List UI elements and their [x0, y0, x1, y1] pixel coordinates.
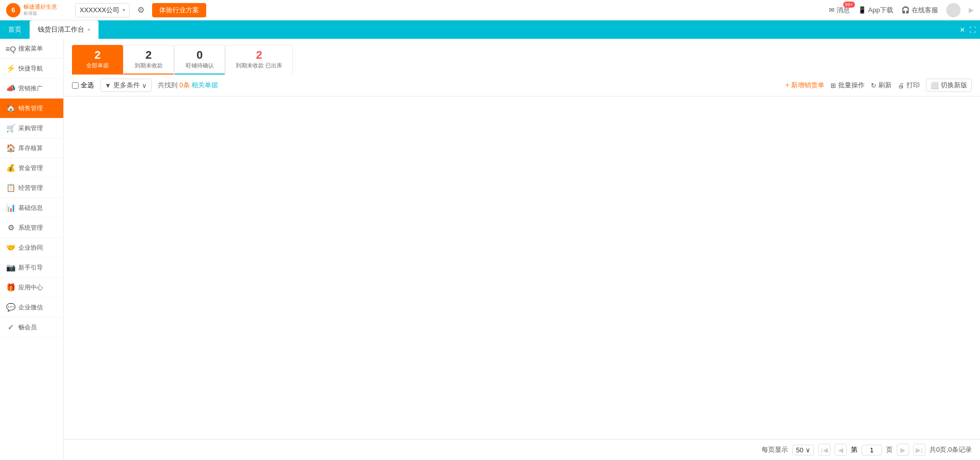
basic-info-icon: 📊: [6, 203, 15, 212]
cooperation-icon: 🤝: [6, 243, 15, 252]
page-size-select[interactable]: 50 ∨: [792, 445, 814, 455]
filter-tabs: 2 全部单据 2 到期未收款 0 旺铺待确认 2 到期未收款 已出库: [64, 39, 980, 75]
pagination-bar: 每页显示 50 ∨ |◀ ◀ 第 页 ▶ ▶| 共0页,0条记录: [64, 439, 980, 460]
sidebar-item-app-center[interactable]: 🎁 应用中心: [0, 278, 63, 298]
nav-tab-bar-right: ✕ ⛶: [960, 26, 980, 34]
filter-tab-pending-label: 旺铺待确认: [186, 62, 214, 69]
refresh-icon: ↻: [871, 82, 876, 89]
newbie-icon: 📷: [6, 263, 15, 272]
sidebar-item-quick-nav[interactable]: ⚡ 快捷导航: [0, 59, 63, 79]
sidebar-item-finance[interactable]: 💰 资金管理: [0, 158, 63, 178]
filter-tab-pending[interactable]: 0 旺铺待确认: [174, 45, 225, 75]
company-name: XXXXXX公司: [80, 6, 119, 15]
found-text: 共找到 0条 相关单据: [158, 81, 218, 90]
per-page-label: 每页显示: [762, 445, 788, 454]
filter-tab-overdue-out-count: 2: [256, 50, 262, 61]
inventory-icon: 🏠: [6, 143, 15, 153]
logo-area: 6 畅捷通好生意 标准版: [6, 3, 70, 17]
online-service-label: 在线客服: [912, 6, 938, 15]
sidebar-search[interactable]: ≡Q 搜索菜单: [0, 39, 63, 59]
app-download-label: App下载: [868, 6, 893, 15]
related-link[interactable]: 相关单据: [191, 81, 218, 89]
company-selector[interactable]: XXXXXX公司 ▾: [75, 3, 130, 17]
filter-tab-overdue-label: 到期未收款: [135, 62, 163, 69]
add-sale-button[interactable]: + 新增销货单: [786, 81, 824, 90]
select-all-checkbox[interactable]: 全选: [72, 81, 94, 90]
username-area[interactable]: ▶: [969, 6, 974, 14]
marketing-icon: 📣: [6, 84, 15, 93]
logo-badge: 标准版: [23, 10, 57, 17]
table-area: [64, 96, 980, 439]
system-icon: ⚙: [6, 223, 15, 232]
sidebar-item-member[interactable]: ✓ 畅会员: [0, 318, 63, 337]
page-size-chevron-icon: ∨: [805, 446, 811, 454]
top-header: 6 畅捷通好生意 标准版 XXXXXX公司 ▾ ⚙ 体验行业方案 ✉ 消息 99…: [0, 0, 980, 20]
headset-icon: 🎧: [901, 6, 910, 14]
window-expand-icon[interactable]: ⛶: [969, 26, 976, 34]
sidebar-item-marketing[interactable]: 📣 营销推广: [0, 79, 63, 99]
message-icon: ✉: [829, 6, 835, 14]
filter-icon: ▼: [105, 82, 111, 89]
nav-tab-bar: 首页 钱货日清工作台 × ✕ ⛶: [0, 20, 980, 39]
last-page-button[interactable]: ▶|: [913, 444, 925, 456]
finance-icon: 💰: [6, 163, 15, 173]
avatar[interactable]: [946, 3, 961, 17]
print-icon: 🖨: [898, 82, 904, 89]
app-download-button[interactable]: 📱 App下载: [858, 6, 893, 15]
sidebar-item-operation[interactable]: 📋 经营管理: [0, 178, 63, 198]
message-button[interactable]: ✉ 消息 99+: [829, 6, 850, 15]
batch-icon: ⊞: [830, 82, 836, 89]
batch-button[interactable]: ⊞ 批量操作: [830, 81, 865, 90]
filter-tab-pending-count: 0: [197, 50, 203, 61]
chevron-down-icon: ▾: [122, 7, 125, 13]
sidebar-item-newbie[interactable]: 📷 新手引导: [0, 258, 63, 278]
content-area: 2 全部单据 2 到期未收款 0 旺铺待确认 2 到期未收款 已出库 全选: [64, 39, 980, 460]
quick-nav-icon: ⚡: [6, 64, 15, 73]
toolbar-right: + 新增销货单 ⊞ 批量操作 ↻ 刷新 🖨 打印 ⬜ 切换新版: [786, 79, 972, 92]
select-all-label: 全选: [81, 81, 94, 90]
sidebar-item-wechat[interactable]: 💬 企业微信: [0, 298, 63, 318]
sidebar-item-sales[interactable]: 🏠 销售管理: [0, 99, 63, 118]
filter-label: 更多条件: [113, 81, 140, 90]
tab-close-icon[interactable]: ×: [87, 27, 90, 33]
window-close-icon[interactable]: ✕: [960, 26, 965, 34]
page-input[interactable]: [862, 445, 882, 455]
purchase-icon: 🛒: [6, 124, 15, 133]
filter-tab-all-label: 全部单据: [86, 62, 109, 69]
sidebar-item-cooperation[interactable]: 🤝 企业协同: [0, 238, 63, 258]
app-center-icon: 🎁: [6, 283, 15, 292]
tab-home[interactable]: 首页: [0, 20, 30, 39]
online-service-button[interactable]: 🎧 在线客服: [901, 6, 938, 15]
app-download-icon: 📱: [858, 6, 866, 14]
gear-button[interactable]: ⚙: [134, 3, 148, 17]
switch-button[interactable]: ⬜ 切换新版: [926, 79, 972, 92]
sidebar-item-inventory[interactable]: 🏠 库存核算: [0, 138, 63, 158]
next-page-button[interactable]: ▶: [897, 444, 909, 456]
main-layout: ≡Q 搜索菜单 ⚡ 快捷导航 📣 营销推广 🏠 销售管理 🛒 采购管理 🏠 库存…: [0, 39, 980, 460]
member-icon: ✓: [6, 323, 15, 332]
prev-page-button[interactable]: ◀: [835, 444, 847, 456]
filter-tab-overdue[interactable]: 2 到期未收款: [123, 45, 174, 75]
sidebar-item-system[interactable]: ⚙ 系统管理: [0, 218, 63, 238]
page-unit: 页: [886, 445, 893, 454]
filter-tab-all[interactable]: 2 全部单据: [72, 45, 123, 75]
filter-tab-overdue-out[interactable]: 2 到期未收款 已出库: [225, 45, 293, 75]
found-count: 0条: [180, 81, 190, 89]
sidebar-item-basic-info[interactable]: 📊 基础信息: [0, 198, 63, 218]
filter-tab-all-count: 2: [94, 50, 101, 61]
filter-button[interactable]: ▼ 更多条件 ∨: [100, 79, 152, 92]
total-info: 共0页,0条记录: [929, 445, 972, 454]
header-right: ✉ 消息 99+ 📱 App下载 🎧 在线客服 ▶: [829, 3, 974, 17]
print-button[interactable]: 🖨 打印: [898, 81, 920, 90]
experience-button[interactable]: 体验行业方案: [152, 3, 206, 17]
select-all-input[interactable]: [72, 82, 79, 89]
first-page-button[interactable]: |◀: [818, 444, 830, 456]
chevron-filter-icon: ∨: [142, 82, 147, 89]
sidebar-item-purchase[interactable]: 🛒 采购管理: [0, 118, 63, 138]
operation-icon: 📋: [6, 183, 15, 192]
tab-active[interactable]: 钱货日清工作台 ×: [30, 20, 99, 39]
refresh-button[interactable]: ↻ 刷新: [871, 81, 892, 90]
search-icon: ≡Q: [6, 44, 15, 53]
filter-tab-overdue-count: 2: [145, 50, 152, 61]
wechat-icon: 💬: [6, 303, 15, 312]
